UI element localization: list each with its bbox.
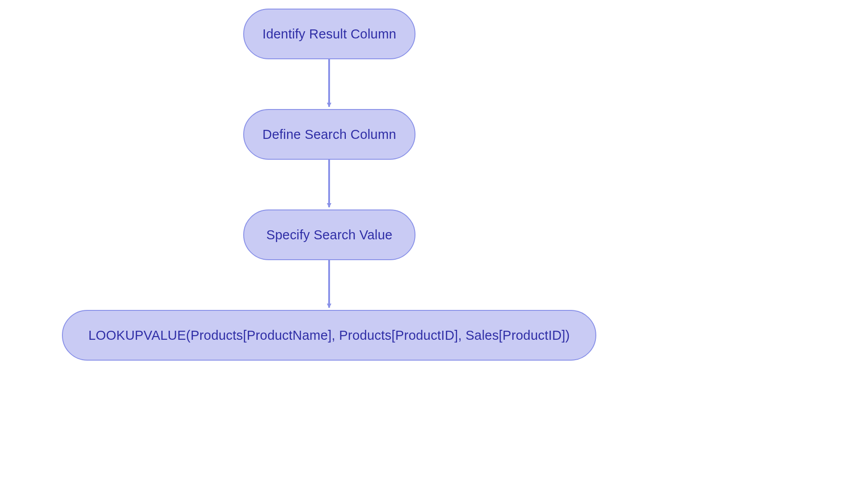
node-label: Define Search Column: [263, 127, 396, 142]
node-label: LOOKUPVALUE(Products[ProductName], Produ…: [89, 328, 570, 343]
flow-node-identify-result-column: Identify Result Column: [243, 9, 415, 59]
flow-node-define-search-column: Define Search Column: [243, 109, 415, 160]
node-label: Specify Search Value: [266, 228, 392, 243]
flowchart-diagram: Identify Result Column Define Search Col…: [0, 0, 868, 490]
node-label: Identify Result Column: [262, 27, 396, 42]
flow-node-lookupvalue-expression: LOOKUPVALUE(Products[ProductName], Produ…: [62, 310, 596, 361]
connectors: [0, 0, 868, 490]
flow-node-specify-search-value: Specify Search Value: [243, 209, 415, 260]
